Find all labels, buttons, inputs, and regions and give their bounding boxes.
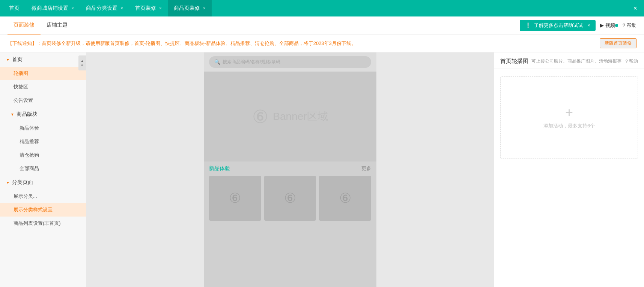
product-section-title: 新品体验 [209, 165, 230, 172]
help-circle-icon: ? [625, 59, 628, 64]
product-card-2: ⑥ [264, 176, 316, 221]
sidebar-item-featured-label: 精品推荐 [20, 139, 39, 144]
search-icon: 🔍 [214, 59, 220, 65]
sidebar-item-carousel-label: 轮播图 [14, 70, 28, 76]
sidebar-item-announcement[interactable]: 公告设置 [0, 94, 86, 107]
sidebar-item-clearance-label: 清仓抢购 [20, 152, 39, 158]
sidebar-item-announcement-label: 公告设置 [14, 97, 33, 103]
help-banner-close-icon[interactable]: × [587, 22, 590, 28]
right-panel: 首页轮播图 可上传公司照片、商品推广图片、活动海报等 ? 帮助 + 添加活动，最… [494, 52, 644, 287]
nav-tab-product-page-decor-label: 商品页装修 [174, 5, 200, 12]
nav-tab-product-page-decor[interactable]: 商品页装修 × [168, 0, 212, 16]
nav-tab-homepage-decor[interactable]: 首页装修 × [129, 0, 168, 16]
product-icon-3: ⑥ [339, 190, 351, 206]
product-section-header: 新品体验 更多 [209, 165, 371, 172]
close-homepage-decor-icon[interactable]: × [159, 6, 162, 11]
nav-tab-home-label: 首页 [9, 5, 20, 12]
close-product-category-icon[interactable]: × [120, 6, 123, 11]
video-icon: ▶ [600, 22, 604, 28]
video-link-label: 视频 [605, 22, 615, 29]
sidebar-collapse-button[interactable]: ▲ « [78, 55, 86, 70]
banner-text: ⑥ Banner区域 [252, 106, 328, 127]
phone-search-input[interactable]: 🔍 搜索商品编码/名称/规格/条码 [209, 56, 371, 68]
help-banner-text: 了解更多点击帮助试试 [534, 22, 583, 29]
sidebar-item-clearance[interactable]: 清仓抢购 [0, 148, 86, 162]
product-card-3: ⑥ [319, 176, 371, 221]
right-panel-help-button[interactable]: ? 帮助 [625, 58, 638, 64]
tab-store-theme-label: 店铺主题 [47, 22, 68, 28]
phone-search-bar: 🔍 搜索商品编码/名称/规格/条码 [204, 52, 376, 72]
help-link-label: 帮助 [627, 22, 636, 29]
sidebar-item-new-experience[interactable]: 新品体验 [0, 121, 86, 135]
add-activity-box[interactable]: + 添加活动，最多支持6个 [500, 76, 638, 159]
sidebar-section-home[interactable]: ▼ 首页 [0, 52, 86, 67]
right-panel-title: 首页轮播图 [500, 58, 528, 65]
sidebar-item-all-products[interactable]: 全部商品 [0, 162, 86, 175]
nav-tab-store-settings-label: 微商城店铺设置 [32, 5, 68, 12]
sidebar-item-featured[interactable]: 精品推荐 [0, 135, 86, 148]
sidebar-section-category-label: 分类页面 [12, 179, 33, 186]
arrow-down-icon-product: ▼ [11, 112, 14, 117]
chevron-left-icon: « [81, 63, 83, 67]
right-panel-help-label: 帮助 [629, 58, 638, 64]
second-bar: 页面装修 店铺主题 ❕ 了解更多点击帮助试试 × ▶ 视频 ? 帮助 [0, 16, 644, 34]
dot-indicator [615, 24, 618, 27]
sidebar-item-carousel[interactable]: 轮播图 [0, 67, 86, 80]
chevron-up-icon: ▲ [80, 59, 84, 63]
sidebar-section-home-label: 首页 [12, 56, 23, 63]
right-panel-subtitle: 可上传公司照片、商品推广图片、活动海报等 [531, 58, 622, 64]
sidebar-item-shortcut[interactable]: 快捷区 [0, 80, 86, 94]
sidebar-item-new-experience-label: 新品体验 [20, 125, 39, 131]
help-banner[interactable]: ❕ 了解更多点击帮助试试 × [520, 20, 596, 31]
sidebar-item-product-list-settings-label: 商品列表设置(非首页) [14, 220, 61, 226]
main-layout: ▲ « ▼ 首页 轮播图 快捷区 公告设置 ▼ 商品版块 新品体验 精品推荐 清… [0, 52, 644, 287]
help-link[interactable]: ? 帮助 [623, 22, 636, 29]
banner-area: ⑥ Banner区域 [204, 72, 376, 161]
exclamation-icon: ❕ [525, 22, 531, 28]
sidebar-item-category-style[interactable]: 展示分类样式设置 [0, 203, 86, 217]
notice-text: 【下线通知】：首页装修全新升级，请使用新版首页装修，首页-轮播图、快捷区、商品板… [8, 40, 356, 47]
sidebar-item-category-style-label: 展示分类样式设置 [14, 207, 53, 212]
banner-label-text: Banner区域 [273, 109, 328, 124]
sidebar-item-all-products-label: 全部商品 [20, 166, 39, 171]
tab-store-theme[interactable]: 店铺主题 [41, 16, 74, 34]
video-link[interactable]: ▶ 视频 [600, 22, 615, 29]
top-nav-close-button[interactable]: × [629, 4, 641, 12]
sidebar: ▲ « ▼ 首页 轮播图 快捷区 公告设置 ▼ 商品版块 新品体验 精品推荐 清… [0, 52, 86, 287]
nav-tab-store-settings[interactable]: 微商城店铺设置 × [26, 0, 80, 16]
new-version-button[interactable]: 新版首页装修 [600, 38, 636, 48]
center-preview: 🔍 搜索商品编码/名称/规格/条码 ⑥ Banner区域 新品体验 更多 [86, 52, 494, 287]
arrow-down-icon: ▼ [6, 58, 10, 62]
product-grid: ⑥ ⑥ ⑥ [209, 176, 371, 221]
right-panel-body: + 添加活动，最多支持6个 [494, 69, 644, 287]
sidebar-item-show-category-label: 展示分类... [14, 193, 37, 199]
sidebar-section-product-block[interactable]: ▼ 商品版块 [0, 107, 86, 121]
product-icon-1: ⑥ [229, 190, 241, 206]
product-section-more: 更多 [361, 165, 371, 172]
search-placeholder: 搜索商品编码/名称/规格/条码 [223, 59, 280, 65]
close-store-settings-icon[interactable]: × [71, 6, 74, 11]
banner-logo-icon: ⑥ [252, 106, 268, 127]
tab-page-decor[interactable]: 页面装修 [8, 16, 41, 34]
plus-icon: + [565, 106, 573, 120]
right-panel-header: 首页轮播图 可上传公司照片、商品推广图片、活动海报等 ? 帮助 [494, 52, 644, 69]
top-nav: 首页 微商城店铺设置 × 商品分类设置 × 首页装修 × 商品页装修 × × [0, 0, 644, 16]
sidebar-item-product-block-label: 商品版块 [17, 111, 38, 118]
nav-tab-home[interactable]: 首页 [3, 0, 26, 16]
product-card-1: ⑥ [209, 176, 261, 221]
product-section: 新品体验 更多 ⑥ ⑥ ⑥ [204, 161, 376, 287]
question-icon: ? [623, 22, 625, 28]
product-icon-2: ⑥ [284, 190, 296, 206]
phone-preview: 🔍 搜索商品编码/名称/规格/条码 ⑥ Banner区域 新品体验 更多 [204, 52, 376, 287]
close-product-page-decor-icon[interactable]: × [203, 6, 206, 11]
sidebar-section-category[interactable]: ▼ 分类页面 [0, 175, 86, 190]
sidebar-item-product-list-settings[interactable]: 商品列表设置(非首页) [0, 217, 86, 230]
tab-page-decor-label: 页面装修 [14, 22, 35, 28]
nav-tab-product-category[interactable]: 商品分类设置 × [80, 0, 129, 16]
arrow-down-icon-category: ▼ [6, 181, 10, 185]
sidebar-item-show-category[interactable]: 展示分类... [0, 190, 86, 203]
nav-tab-homepage-decor-label: 首页装修 [135, 5, 156, 12]
notice-bar: 【下线通知】：首页装修全新升级，请使用新版首页装修，首页-轮播图、快捷区、商品板… [0, 34, 644, 52]
add-activity-label: 添加活动，最多支持6个 [543, 123, 595, 129]
sidebar-item-shortcut-label: 快捷区 [14, 84, 28, 90]
